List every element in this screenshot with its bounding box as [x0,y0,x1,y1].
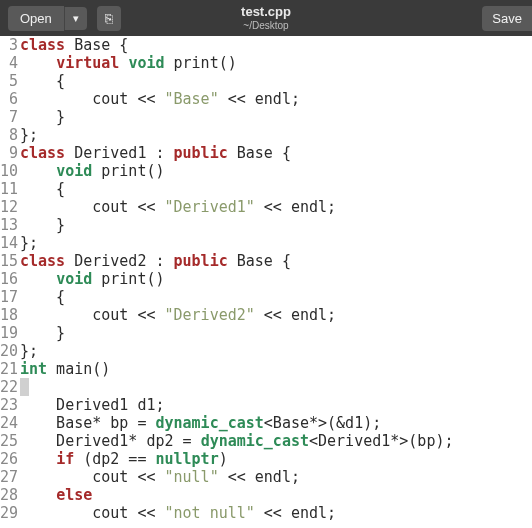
line-number: 19 [0,324,20,342]
line-number: 23 [0,396,20,414]
code-line: 4 virtual void print() [0,54,532,72]
code-line: 10 void print() [0,162,532,180]
line-number: 11 [0,180,20,198]
line-number: 29 [0,504,20,522]
line-number: 18 [0,306,20,324]
code-line: 16 void print() [0,270,532,288]
code-editor[interactable]: 3class Base { 4 virtual void print() 5 {… [0,36,532,522]
line-number: 22 [0,378,20,396]
save-button[interactable]: Save [482,6,532,31]
file-path: ~/Desktop [241,20,291,31]
line-number: 28 [0,486,20,504]
line-number: 14 [0,234,20,252]
line-number: 7 [0,108,20,126]
new-document-button[interactable]: ⎘ [97,6,121,31]
open-button-group: Open ▾ [8,6,87,31]
code-line: 3class Base { [0,36,532,54]
line-number: 6 [0,90,20,108]
line-number: 26 [0,450,20,468]
line-number: 12 [0,198,20,216]
line-number: 21 [0,360,20,378]
code-line: 24 Base* bp = dynamic_cast<Base*>(&d1); [0,414,532,432]
line-number: 16 [0,270,20,288]
code-line: 28 else [0,486,532,504]
code-line: 25 Derived1* dp2 = dynamic_cast<Derived1… [0,432,532,450]
code-line: 6 cout << "Base" << endl; [0,90,532,108]
code-line: 12 cout << "Derived1" << endl; [0,198,532,216]
open-dropdown[interactable]: ▾ [64,7,87,30]
chevron-down-icon: ▾ [73,12,79,24]
code-line: 15class Derived2 : public Base { [0,252,532,270]
line-number: 25 [0,432,20,450]
line-number: 3 [0,36,20,54]
line-number: 8 [0,126,20,144]
line-number: 24 [0,414,20,432]
line-number: 10 [0,162,20,180]
code-line: 11 { [0,180,532,198]
code-line: 13 } [0,216,532,234]
code-line: 23 Derived1 d1; [0,396,532,414]
line-number: 13 [0,216,20,234]
line-number: 27 [0,468,20,486]
app-header: Open ▾ ⎘ test.cpp ~/Desktop Save [0,0,532,36]
code-line: 21int main() [0,360,532,378]
code-line: 18 cout << "Derived2" << endl; [0,306,532,324]
code-line: 22 [0,378,532,396]
title-block: test.cpp ~/Desktop [241,5,291,30]
new-doc-icon: ⎘ [105,11,113,26]
code-line: 19 } [0,324,532,342]
code-line: 26 if (dp2 == nullptr) [0,450,532,468]
code-line: 29 cout << "not null" << endl; [0,504,532,522]
open-button[interactable]: Open [8,6,64,31]
code-line: 7 } [0,108,532,126]
code-line: 20}; [0,342,532,360]
code-line: 17 { [0,288,532,306]
cursor [20,378,29,396]
line-number: 5 [0,72,20,90]
line-number: 15 [0,252,20,270]
code-line: 14}; [0,234,532,252]
line-number: 4 [0,54,20,72]
file-title: test.cpp [241,5,291,19]
code-line: 8}; [0,126,532,144]
line-number: 20 [0,342,20,360]
code-line: 9class Derived1 : public Base { [0,144,532,162]
code-line: 27 cout << "null" << endl; [0,468,532,486]
line-number: 17 [0,288,20,306]
line-number: 9 [0,144,20,162]
code-line: 5 { [0,72,532,90]
